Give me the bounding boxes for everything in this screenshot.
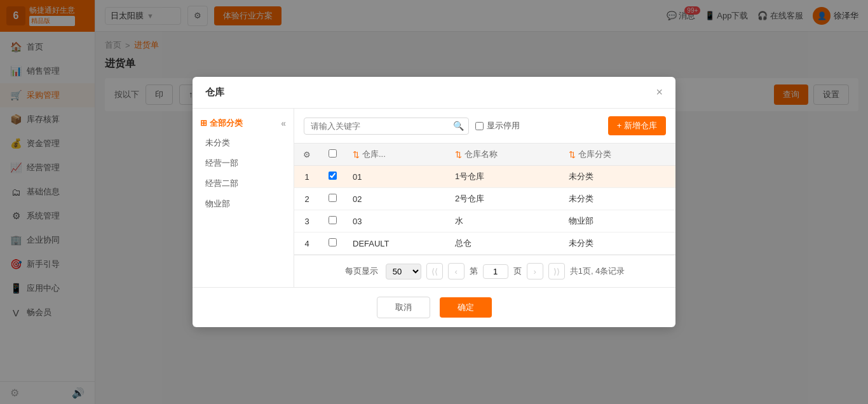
category-panel: ⊞ 全部分类 « 未分类经营一部经营二部物业部 bbox=[193, 109, 294, 287]
last-page-button[interactable]: ⟩⟩ bbox=[548, 263, 565, 279]
th-code: ⇅ 仓库... bbox=[345, 144, 447, 166]
show-disabled-checkbox[interactable] bbox=[475, 122, 484, 130]
total-info: 共1页, 4条记录 bbox=[570, 266, 625, 277]
sort-name-icon: ⇅ bbox=[455, 150, 462, 159]
page-size-label: 每页显示 bbox=[345, 266, 378, 277]
category-item-经营二部[interactable]: 经营二部 bbox=[193, 173, 294, 194]
modal-header: 仓库 × bbox=[193, 77, 675, 109]
sort-code-icon: ⇅ bbox=[353, 150, 360, 159]
row-name: 总仓 bbox=[447, 232, 562, 255]
page-size-select[interactable]: 102050100 bbox=[386, 264, 421, 279]
row-code: 02 bbox=[345, 188, 447, 210]
category-all-header[interactable]: ⊞ 全部分类 « bbox=[193, 114, 294, 133]
modal-pagination: 每页显示 102050100 ⟨⟨ ‹ 第 页 › ⟩⟩ 共1页, 4条记录 bbox=[294, 255, 675, 287]
modal-close-button[interactable]: × bbox=[656, 86, 663, 99]
search-icon[interactable]: 🔍 bbox=[453, 121, 464, 131]
th-name-label: 仓库名称 bbox=[465, 149, 498, 160]
confirm-button[interactable]: 确定 bbox=[440, 297, 492, 318]
search-input[interactable] bbox=[304, 118, 469, 135]
sort-category-icon: ⇅ bbox=[569, 150, 576, 159]
row-code: 01 bbox=[345, 166, 447, 188]
page-label: 第 bbox=[470, 266, 478, 277]
row-num: 1 bbox=[294, 166, 320, 188]
content-toolbar: 🔍 显示停用 + 新增仓库 bbox=[294, 109, 675, 144]
modal-title: 仓库 bbox=[205, 86, 224, 98]
table-row[interactable]: 1 01 1号仓库 未分类 bbox=[294, 166, 675, 188]
row-check[interactable] bbox=[320, 188, 345, 210]
cancel-button[interactable]: 取消 bbox=[377, 297, 430, 318]
warehouse-modal: 仓库 × ⊞ 全部分类 « 未分类经营一部经营二部物业部 bbox=[193, 77, 675, 327]
table-row[interactable]: 2 02 2号仓库 未分类 bbox=[294, 188, 675, 210]
show-disabled-wrap: 显示停用 bbox=[475, 120, 520, 131]
show-disabled-label: 显示停用 bbox=[487, 120, 520, 131]
row-check[interactable] bbox=[320, 210, 345, 232]
row-check[interactable] bbox=[320, 232, 345, 255]
row-check[interactable] bbox=[320, 166, 345, 188]
page-number-input[interactable] bbox=[483, 264, 508, 279]
th-category: ⇅ 仓库分类 bbox=[561, 144, 675, 166]
table-row[interactable]: 4 DEFAULT 总仓 未分类 bbox=[294, 232, 675, 255]
add-warehouse-button[interactable]: + 新增仓库 bbox=[608, 116, 666, 135]
row-name: 2号仓库 bbox=[447, 188, 562, 210]
page-suffix: 页 bbox=[513, 266, 522, 277]
category-collapse-icon[interactable]: « bbox=[281, 118, 286, 128]
table-body: 1 01 1号仓库 未分类 2 02 2号仓库 未分类 3 03 水 物业部 4… bbox=[294, 166, 675, 255]
row-category: 物业部 bbox=[561, 210, 675, 232]
row-num: 2 bbox=[294, 188, 320, 210]
gear-th-icon: ⚙ bbox=[303, 150, 311, 159]
category-item-未分类[interactable]: 未分类 bbox=[193, 133, 294, 153]
row-name: 水 bbox=[447, 210, 562, 232]
grid-icon: ⊞ bbox=[200, 118, 207, 128]
table-row[interactable]: 3 03 水 物业部 bbox=[294, 210, 675, 232]
table-head: ⚙ ⇅ 仓库... ⇅ bbox=[294, 144, 675, 166]
row-name: 1号仓库 bbox=[447, 166, 562, 188]
modal-footer: 取消 确定 bbox=[193, 287, 675, 327]
warehouse-data-table: ⚙ ⇅ 仓库... ⇅ bbox=[294, 144, 675, 255]
th-check bbox=[320, 144, 345, 166]
row-category: 未分类 bbox=[561, 166, 675, 188]
row-category: 未分类 bbox=[561, 232, 675, 255]
prev-page-button[interactable]: ‹ bbox=[448, 263, 465, 279]
search-wrap: 🔍 bbox=[304, 118, 469, 135]
row-category: 未分类 bbox=[561, 188, 675, 210]
row-code: DEFAULT bbox=[345, 232, 447, 255]
category-item-物业部[interactable]: 物业部 bbox=[193, 194, 294, 214]
th-gear: ⚙ bbox=[294, 144, 320, 166]
category-item-经营一部[interactable]: 经营一部 bbox=[193, 153, 294, 173]
modal-overlay: 仓库 × ⊞ 全部分类 « 未分类经营一部经营二部物业部 bbox=[0, 0, 868, 404]
th-name: ⇅ 仓库名称 bbox=[447, 144, 562, 166]
category-all-label: 全部分类 bbox=[210, 118, 243, 128]
category-list: 未分类经营一部经营二部物业部 bbox=[193, 133, 294, 214]
row-code: 03 bbox=[345, 210, 447, 232]
row-num: 4 bbox=[294, 232, 320, 255]
warehouse-table: ⚙ ⇅ 仓库... ⇅ bbox=[294, 144, 675, 255]
th-code-label: 仓库... bbox=[362, 149, 386, 160]
first-page-button[interactable]: ⟨⟨ bbox=[426, 263, 443, 279]
content-panel: 🔍 显示停用 + 新增仓库 ⚙ bbox=[294, 109, 675, 287]
select-all-checkbox[interactable] bbox=[329, 149, 337, 158]
next-page-button[interactable]: › bbox=[527, 263, 543, 279]
th-category-label: 仓库分类 bbox=[578, 149, 611, 160]
modal-body: ⊞ 全部分类 « 未分类经营一部经营二部物业部 🔍 bbox=[193, 109, 675, 287]
row-num: 3 bbox=[294, 210, 320, 232]
